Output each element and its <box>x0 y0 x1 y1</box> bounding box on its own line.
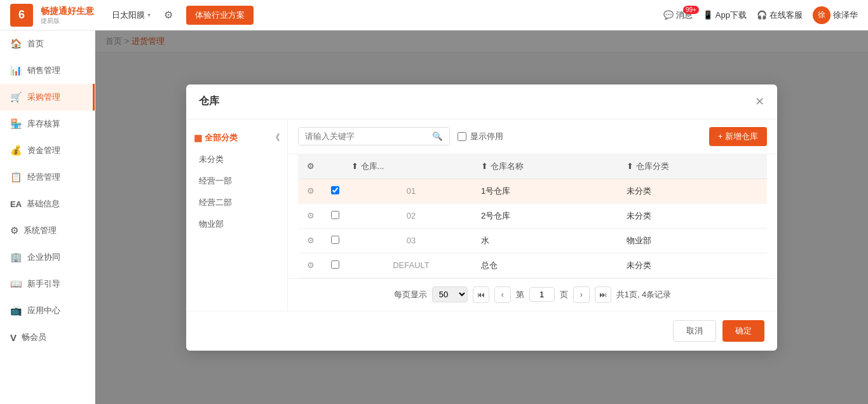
next-page-button[interactable]: › <box>573 286 590 303</box>
logo: 6 <box>10 4 33 27</box>
brand: 畅捷通好生意 捷易版 <box>41 5 94 25</box>
finance-icon: 💰 <box>10 145 22 156</box>
row-name: 总仓 <box>476 253 621 278</box>
message-button[interactable]: 💬 消息 99+ <box>663 10 693 21</box>
sidebar-item-sales[interactable]: 📊 销售管理 <box>0 57 95 84</box>
sidebar-label-home: 首页 <box>27 38 44 50</box>
sidebar-item-apps[interactable]: 📺 应用中心 <box>0 297 95 324</box>
row-checkbox[interactable] <box>331 186 339 194</box>
store-name: 日太阳膜 <box>112 10 145 21</box>
table-header-row: ⚙ ⬆ 仓库... ⬆ 仓库名称 <box>298 154 767 179</box>
sidebar-item-inventory[interactable]: 🏪 库存核算 <box>0 111 95 137</box>
collapse-icon[interactable]: 《 <box>271 132 280 144</box>
sidebar-item-home[interactable]: 🏠 首页 <box>0 30 95 57</box>
table-row[interactable]: ⚙ 01 1号仓库 未分类 <box>298 178 767 203</box>
row-gear-icon[interactable]: ⚙ <box>298 253 323 278</box>
table-row[interactable]: ⚙ 02 2号仓库 未分类 <box>298 203 767 228</box>
trial-industry-button[interactable]: 体验行业方案 <box>186 6 254 25</box>
row-category: 未分类 <box>621 253 767 278</box>
category-item-unclassified[interactable]: 未分类 <box>186 149 287 170</box>
row-name: 水 <box>476 228 621 253</box>
col-header-name[interactable]: ⬆ 仓库名称 <box>476 154 621 179</box>
row-gear-icon[interactable]: ⚙ <box>298 203 323 228</box>
sidebar-item-system[interactable]: ⚙ 系统管理 <box>0 217 95 244</box>
user-menu[interactable]: 徐 徐泽华 <box>813 6 858 24</box>
row-gear-icon[interactable]: ⚙ <box>298 228 323 253</box>
add-warehouse-button[interactable]: + 新增仓库 <box>709 127 767 146</box>
sidebar-item-enterprise[interactable]: 🏢 企业协同 <box>0 244 95 271</box>
row-checkbox[interactable] <box>331 236 339 244</box>
topbar: 6 畅捷通好生意 捷易版 日太阳膜 ▾ ⚙ 体验行业方案 💬 消息 99+ 📱 … <box>0 0 868 30</box>
grid-icon: ▦ <box>194 133 202 143</box>
user-name: 徐泽华 <box>833 10 858 21</box>
sidebar-label-basic: 基础信息 <box>27 198 60 210</box>
sidebar-item-basic[interactable]: EA 基础信息 <box>0 191 95 217</box>
show-disabled-label: 显示停用 <box>470 131 503 142</box>
table-row[interactable]: ⚙ 03 水 物业部 <box>298 228 767 253</box>
confirm-button[interactable]: 确定 <box>722 320 764 342</box>
last-page-button[interactable]: ⏭ <box>595 286 611 303</box>
store-selector[interactable]: 日太阳膜 ▾ <box>112 10 151 21</box>
row-gear-icon[interactable]: ⚙ <box>298 178 323 203</box>
avatar: 徐 <box>813 6 831 24</box>
warehouse-dialog: 仓库 ✕ ▦ 全部分类 《 未分类 <box>186 84 777 351</box>
close-icon[interactable]: ✕ <box>755 95 764 109</box>
brand-title: 畅捷通好生意 <box>41 5 94 17</box>
sidebar-item-vip[interactable]: V 畅会员 <box>0 324 95 351</box>
category-header: ▦ 全部分类 《 <box>186 127 287 149</box>
col-header-category[interactable]: ⬆ 仓库分类 <box>621 154 767 179</box>
sales-icon: 📊 <box>10 65 22 76</box>
prev-page-button[interactable]: ‹ <box>494 286 511 303</box>
row-checkbox-cell[interactable] <box>323 178 346 203</box>
row-checkbox-cell[interactable] <box>323 203 346 228</box>
first-page-button[interactable]: ⏮ <box>473 286 489 303</box>
show-disabled-checkbox[interactable] <box>458 132 466 141</box>
sidebar-label-enterprise: 企业协同 <box>27 252 60 263</box>
row-checkbox-cell[interactable] <box>323 228 346 253</box>
dialog-header: 仓库 ✕ <box>186 84 777 119</box>
row-checkbox[interactable] <box>331 260 339 269</box>
category-item-dept1[interactable]: 经营一部 <box>186 170 287 192</box>
cancel-button[interactable]: 取消 <box>673 320 716 342</box>
col-header-code[interactable]: ⬆ 仓库... <box>346 154 476 179</box>
category-all-label[interactable]: 全部分类 <box>205 132 238 144</box>
category-sidebar: ▦ 全部分类 《 未分类 经营一部 经营二部 物业部 <box>186 119 288 311</box>
per-page-select[interactable]: 50 100 <box>432 286 468 302</box>
home-icon: 🏠 <box>10 38 22 50</box>
main-content: 首页 > 进货管理 仓库 ✕ ▦ <box>95 30 868 404</box>
enterprise-icon: 🏢 <box>10 252 22 263</box>
page-label: 第 <box>516 289 524 300</box>
headphone-icon: 🎧 <box>757 10 767 20</box>
sidebar-item-purchase[interactable]: 🛒 采购管理 <box>0 84 95 111</box>
category-item-property[interactable]: 物业部 <box>186 213 287 235</box>
table-row[interactable]: ⚙ DEFAULT 总仓 未分类 <box>298 253 767 278</box>
app-download-button[interactable]: 📱 App下载 <box>703 10 747 21</box>
business-icon: 📋 <box>10 172 22 183</box>
sidebar-item-finance[interactable]: 💰 资金管理 <box>0 137 95 164</box>
search-button[interactable]: 🔍 <box>426 128 449 145</box>
purchase-icon: 🛒 <box>10 91 22 103</box>
sidebar-label-apps: 应用中心 <box>27 305 60 316</box>
row-number: DEFAULT <box>346 253 476 278</box>
row-checkbox-cell[interactable] <box>323 253 346 278</box>
dialog-body: ▦ 全部分类 《 未分类 经营一部 经营二部 物业部 <box>186 119 777 311</box>
message-icon: 💬 <box>663 10 674 20</box>
search-input[interactable] <box>299 128 426 145</box>
settings-icon[interactable]: ⚙ <box>158 5 179 25</box>
row-number: 01 <box>346 178 476 203</box>
col-header-settings[interactable]: ⚙ <box>298 154 323 179</box>
message-badge: 99+ <box>683 6 699 14</box>
sidebar-label-inventory: 库存核算 <box>27 118 60 130</box>
row-category: 物业部 <box>621 228 767 253</box>
sidebar-label-purchase: 采购管理 <box>27 91 60 103</box>
sidebar-label-finance: 资金管理 <box>27 145 60 156</box>
page-input[interactable] <box>529 287 555 302</box>
online-service-button[interactable]: 🎧 在线客服 <box>757 10 803 21</box>
sidebar-item-guide[interactable]: 📖 新手引导 <box>0 271 95 297</box>
category-item-dept2[interactable]: 经营二部 <box>186 192 287 213</box>
warehouse-table-wrap: ⚙ ⬆ 仓库... ⬆ 仓库名称 <box>288 154 777 278</box>
row-checkbox[interactable] <box>331 211 339 219</box>
sidebar-item-business[interactable]: 📋 经营管理 <box>0 164 95 191</box>
sidebar-label-vip: 畅会员 <box>22 332 46 343</box>
dialog-toolbar: 🔍 显示停用 + 新增仓库 <box>288 119 777 154</box>
